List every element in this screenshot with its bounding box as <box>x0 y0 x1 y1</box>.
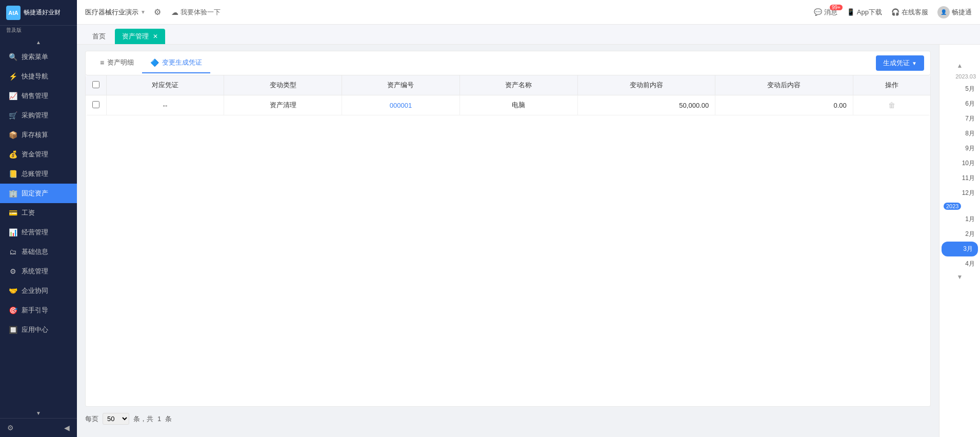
sub-tab-detail[interactable]: ≡ 资产明细 <box>92 53 142 73</box>
cell-voucher: -- <box>106 95 224 115</box>
select-all-checkbox[interactable] <box>92 81 99 88</box>
topbar-gear-icon[interactable]: ⚙ <box>154 7 161 17</box>
table-container: 对应凭证 变动类型 资产编号 资产名称 变动前内容 变动后内容 操作 -- 资产… <box>85 75 931 407</box>
app-download-label: App下载 <box>857 8 882 17</box>
tab-home[interactable]: 首页 <box>85 29 113 44</box>
company-selector[interactable]: 医疗器械行业演示 ▼ <box>85 8 146 17</box>
sidebar-item-system[interactable]: ⚙系统管理 <box>0 262 77 281</box>
experience-label: 我要体验一下 <box>181 8 221 17</box>
sidebar-item-label: 采购管理 <box>22 111 48 120</box>
sales-icon: 📈 <box>8 92 17 100</box>
logo-icon: AtA <box>6 6 21 20</box>
headset-icon: 🎧 <box>891 8 899 16</box>
col-action: 操作 <box>853 75 930 95</box>
sidebar-scroll-up[interactable]: ▲ <box>0 37 77 47</box>
col-asset-code: 资产编号 <box>342 75 460 95</box>
topbar: 医疗器械行业演示 ▼ ⚙ ☁ 我要体验一下 💬 消息 99+ 📱 App下载 🎧… <box>77 0 980 25</box>
user-menu[interactable]: 👤 畅捷通 <box>937 6 972 18</box>
enterprise-icon: 🤝 <box>8 287 17 295</box>
cell-action: 🗑 <box>853 95 930 115</box>
timeline-month[interactable]: 6月 <box>939 96 980 111</box>
timeline-nav-up[interactable]: ▲ <box>939 60 980 71</box>
quicknav-icon: ⚡ <box>8 72 17 81</box>
tab-close-icon[interactable]: ✕ <box>153 33 158 40</box>
sidebar-item-guide[interactable]: 🎯新手引导 <box>0 301 77 320</box>
sub-tabs-wrapper: ≡ 资产明细 🔷 变更生成凭证 生成凭证 ▼ <box>85 51 931 75</box>
total-count: 1 <box>157 415 161 423</box>
tab-home-label: 首页 <box>92 32 106 41</box>
sidebar-item-ledger[interactable]: 📒总账管理 <box>0 164 77 184</box>
asset-table: 对应凭证 变动类型 资产编号 资产名称 变动前内容 变动后内容 操作 -- 资产… <box>86 75 930 115</box>
timeline-month[interactable]: 3月 <box>942 242 978 256</box>
sidebar-scroll-down[interactable]: ▼ <box>0 408 77 418</box>
timeline-month[interactable]: 11月 <box>939 171 980 186</box>
sidebar-item-search[interactable]: 🔍搜索菜单 <box>0 47 77 67</box>
sidebar-item-operations[interactable]: 📊经营管理 <box>0 223 77 242</box>
tab-assets[interactable]: 资产管理 ✕ <box>115 29 165 44</box>
timeline-month[interactable]: 9月 <box>939 141 980 156</box>
sidebar-bottom: ⚙ ◀ <box>0 418 77 437</box>
timeline-month[interactable]: 10月 <box>939 156 980 171</box>
months-curr-year: 1月2月3月4月 <box>939 212 980 271</box>
sidebar-item-label: 总账管理 <box>22 169 48 178</box>
unit-label: 条 <box>165 414 172 424</box>
sidebar: AtA 畅捷通好业财 普及版 ▲ 🔍搜索菜单⚡快捷导航📈销售管理🛒采购管理📦库存… <box>0 0 77 437</box>
sidebar-item-quicknav[interactable]: ⚡快捷导航 <box>0 67 77 86</box>
cell-asset-name: 电脑 <box>459 95 577 115</box>
messages-btn[interactable]: 💬 消息 99+ <box>814 8 837 17</box>
sidebar-item-enterprise[interactable]: 🤝企业协同 <box>0 281 77 301</box>
edition-label: 普及版 <box>0 26 77 37</box>
collapse-icon[interactable]: ◀ <box>64 424 70 432</box>
sidebar-item-sales[interactable]: 📈销售管理 <box>0 86 77 106</box>
sidebar-item-basic[interactable]: 🗂基础信息 <box>0 242 77 262</box>
settings-icon[interactable]: ⚙ <box>7 424 14 432</box>
generate-voucher-label: 生成凭证 <box>883 58 910 68</box>
months-prev-year: 5月6月7月8月9月10月11月12月 <box>939 82 980 201</box>
sidebar-item-purchase[interactable]: 🛒采购管理 <box>0 106 77 125</box>
sidebar-item-assets[interactable]: 🏢固定资产 <box>0 184 77 203</box>
timeline-month[interactable]: 12月 <box>939 186 980 201</box>
timeline-month[interactable]: 1月 <box>939 212 980 227</box>
sidebar-item-funds[interactable]: 💰资金管理 <box>0 145 77 164</box>
col-asset-name: 资产名称 <box>459 75 577 95</box>
voucher-tab-icon: 🔷 <box>150 58 159 67</box>
apps-icon: 🔲 <box>8 326 17 334</box>
sidebar-item-inventory[interactable]: 📦库存核算 <box>0 125 77 145</box>
page-tabs: 首页 资产管理 ✕ <box>77 25 980 45</box>
timeline-month[interactable]: 2月 <box>939 227 980 242</box>
sub-tab-voucher[interactable]: 🔷 变更生成凭证 <box>142 53 210 73</box>
sidebar-item-label: 基础信息 <box>22 247 48 256</box>
sidebar-item-label: 系统管理 <box>22 267 48 276</box>
sidebar-item-wages[interactable]: 💳工资 <box>0 203 77 223</box>
app-download-btn[interactable]: 📱 App下载 <box>847 8 882 17</box>
timeline-month[interactable]: 5月 <box>939 82 980 96</box>
generate-btn-wrapper: 生成凭证 ▼ <box>876 51 924 75</box>
sidebar-item-label: 快捷导航 <box>22 72 48 81</box>
messages-badge: 99+ <box>830 5 843 10</box>
col-voucher: 对应凭证 <box>106 75 224 95</box>
main-area: 医疗器械行业演示 ▼ ⚙ ☁ 我要体验一下 💬 消息 99+ 📱 App下载 🎧… <box>77 0 980 437</box>
table-row: -- 资产清理 000001 电脑 50,000.00 0.00 🗑 <box>86 95 930 115</box>
row-checkbox[interactable] <box>92 101 99 108</box>
sidebar-item-apps[interactable]: 🔲应用中心 <box>0 320 77 340</box>
cell-checkbox[interactable] <box>86 95 106 115</box>
online-support-btn[interactable]: 🎧 在线客服 <box>891 8 928 17</box>
per-page-select[interactable]: 102050100 <box>103 413 129 425</box>
experience-btn[interactable]: ☁ 我要体验一下 <box>171 8 221 17</box>
timeline-year-label: 2023.03 <box>939 71 980 82</box>
timeline-nav-down[interactable]: ▼ <box>939 271 980 283</box>
generate-voucher-btn[interactable]: 生成凭证 ▼ <box>876 55 924 71</box>
sidebar-item-label: 经营管理 <box>22 228 48 237</box>
search-icon: 🔍 <box>8 53 17 61</box>
timeline-month[interactable]: 8月 <box>939 126 980 141</box>
sidebar-item-label: 工资 <box>22 208 35 217</box>
timeline-month[interactable]: 4月 <box>939 256 980 271</box>
inventory-icon: 📦 <box>8 131 17 139</box>
company-arrow-icon: ▼ <box>141 9 146 15</box>
timeline-month[interactable]: 7月 <box>939 111 980 126</box>
username-label: 畅捷通 <box>952 8 972 17</box>
delete-icon[interactable]: 🗑 <box>888 101 895 109</box>
basic-icon: 🗂 <box>8 248 17 256</box>
sidebar-item-label: 企业协同 <box>22 286 48 295</box>
sidebar-item-label: 销售管理 <box>22 91 48 101</box>
